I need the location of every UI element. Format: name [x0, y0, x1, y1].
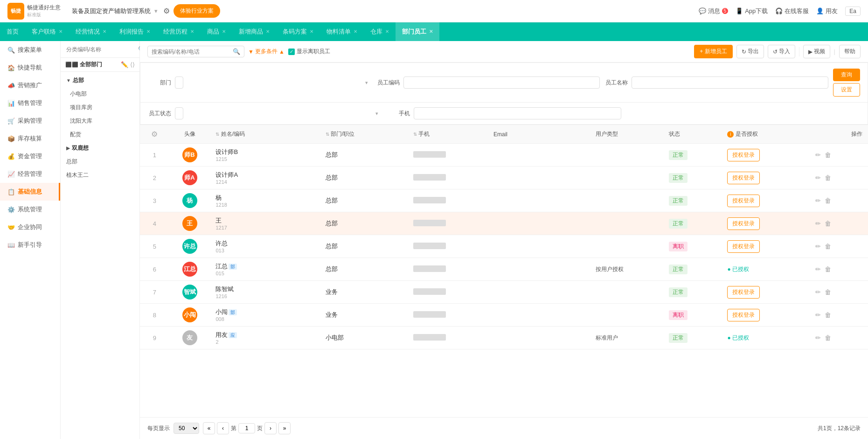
delete-icon[interactable]: 🗑 — [825, 265, 831, 273]
col-header-dept[interactable]: ⇅ 部门/职位 — [320, 125, 408, 144]
auth-btn[interactable]: 授权登录 — [727, 195, 760, 207]
col-header-name[interactable]: ⇅ 姓名/编码 — [210, 125, 319, 144]
dept-group-shuangmeng[interactable]: ▶ 双鹿想 — [61, 141, 139, 155]
app-download-btn[interactable]: 📱 App下载 — [736, 7, 768, 15]
delete-icon[interactable]: 🗑 — [825, 151, 831, 159]
delete-icon[interactable]: 🗑 — [825, 311, 831, 319]
sidebar-item-operations[interactable]: 📈 经营管理 — [0, 165, 60, 183]
close-icon[interactable]: ✕ — [103, 22, 106, 41]
dept-item-shenyang[interactable]: 沈阳大库 — [61, 114, 139, 128]
auth-btn[interactable]: 授权登录 — [727, 172, 760, 184]
import-btn[interactable]: ↺ 导入 — [768, 45, 795, 58]
edit-icon[interactable]: ✏ — [815, 334, 821, 341]
last-page-btn[interactable]: » — [278, 422, 291, 434]
sidebar-item-enterprise[interactable]: 🤝 企业协同 — [0, 218, 60, 236]
help-btn[interactable]: 帮助 — [839, 45, 861, 58]
sidebar-item-search[interactable]: 🔍 搜索菜单 — [0, 41, 60, 59]
delete-icon[interactable]: 🗑 — [825, 174, 831, 181]
sidebar-item-sales[interactable]: 📊 销售管理 — [0, 94, 60, 112]
edit-icon[interactable]: ✏ — [815, 243, 821, 250]
filter-empname-input[interactable] — [632, 77, 828, 89]
user-avatar[interactable]: 👤 用友 — [816, 7, 838, 15]
filter-empcode-input[interactable] — [403, 77, 600, 89]
edit-icon[interactable]: ✏ — [815, 197, 821, 204]
dept-item-peihuo[interactable]: 配货 — [61, 128, 139, 141]
edit-icon[interactable]: ✏ — [815, 311, 821, 319]
tab-operation[interactable]: 经营情况 ✕ — [69, 22, 113, 41]
tab-home[interactable]: 首页 — [0, 22, 25, 41]
dept-item-xiangmu[interactable]: 项目库房 — [61, 101, 139, 114]
delete-icon[interactable]: 🗑 — [825, 243, 831, 250]
tab-material[interactable]: 物料清单 ✕ — [320, 22, 364, 41]
page-size-select[interactable]: 50 100 200 — [174, 423, 199, 434]
search-input[interactable] — [152, 49, 231, 55]
show-resigned-toggle[interactable]: ✓ 显示离职员工 — [288, 48, 330, 56]
close-icon[interactable]: ✕ — [385, 22, 389, 41]
dept-group-zongshu[interactable]: ▼ 总部 — [61, 74, 139, 87]
next-page-btn[interactable]: › — [264, 422, 277, 434]
filter-phone-input[interactable] — [414, 107, 621, 119]
tab-goods[interactable]: 商品 ✕ — [201, 22, 232, 41]
delete-icon[interactable]: 🗑 — [825, 197, 831, 204]
filter-dept-select[interactable] — [175, 77, 183, 89]
auth-btn[interactable]: 授权登录 — [727, 240, 760, 253]
system-select-icon[interactable]: ▾ — [154, 7, 158, 14]
close-icon[interactable]: ✕ — [222, 22, 226, 41]
close-icon[interactable]: ✕ — [190, 22, 194, 41]
delete-icon[interactable]: 🗑 — [825, 220, 831, 227]
col-header-phone[interactable]: ⇅ 手机 — [408, 125, 488, 144]
first-page-btn[interactable]: « — [203, 422, 215, 434]
sidebar-item-finance[interactable]: 💰 资金管理 — [0, 147, 60, 165]
sidebar-item-basic[interactable]: 📋 基础信息 — [0, 183, 60, 201]
close-icon[interactable]: ✕ — [310, 22, 313, 41]
edit-icon[interactable]: ✏ — [815, 220, 821, 227]
tab-profit[interactable]: 利润报告 ✕ — [113, 22, 157, 41]
tab-barcode[interactable]: 条码方案 ✕ — [276, 22, 320, 41]
search-icon[interactable]: 🔍 — [233, 48, 240, 55]
tab-dept-staff[interactable]: 部门员工 ✕ — [396, 22, 439, 41]
dept-item-xiaodian[interactable]: 小电部 — [61, 87, 139, 101]
add-staff-btn[interactable]: + 新增员工 — [694, 45, 732, 58]
settings-icon[interactable]: ⚙ — [163, 7, 170, 15]
close-icon[interactable]: ✕ — [59, 22, 62, 41]
sidebar-item-purchase[interactable]: 🛒 采购管理 — [0, 112, 60, 130]
dept-collapse-icon[interactable]: ⟨⟩ — [130, 61, 135, 68]
sidebar-item-inventory[interactable]: 📦 库存核算 — [0, 130, 60, 147]
auth-btn[interactable]: 授权登录 — [727, 149, 760, 161]
close-icon[interactable]: ✕ — [146, 22, 150, 41]
auth-btn[interactable]: 授权登录 — [727, 286, 760, 299]
set-btn[interactable]: 设置 — [833, 83, 860, 97]
sidebar-item-guide[interactable]: 📖 新手引导 — [0, 236, 60, 254]
auth-btn[interactable]: 授权登录 — [727, 217, 760, 230]
view-btn[interactable]: ▶ 视频 — [803, 45, 830, 58]
dept-item-zhumu[interactable]: 植木王二 — [61, 168, 139, 182]
auth-btn[interactable]: 授权登录 — [727, 309, 760, 321]
message-btn[interactable]: 💬 消息 5 — [699, 7, 729, 15]
tab-history[interactable]: 经营历程 ✕ — [157, 22, 201, 41]
edit-icon[interactable]: ✏ — [815, 151, 821, 159]
trial-btn[interactable]: 体验行业方案 — [174, 4, 220, 18]
edit-icon[interactable]: ✏ — [815, 288, 821, 296]
prev-page-btn[interactable]: ‹ — [217, 422, 229, 434]
more-filter-btn[interactable]: ▼ 更多条件 ▲ — [248, 48, 285, 56]
dept-item-zongshu2[interactable]: 总部 — [61, 155, 139, 168]
edit-icon[interactable]: ✏ — [815, 174, 821, 181]
online-service-btn[interactable]: 🎧 在线客服 — [775, 7, 809, 15]
export-btn[interactable]: ↻ 导出 — [736, 45, 764, 58]
sidebar-item-quicknav[interactable]: 🏠 快捷导航 — [0, 59, 60, 77]
delete-icon[interactable]: 🗑 — [825, 288, 831, 296]
sidebar-item-system[interactable]: ⚙️ 系统管理 — [0, 201, 60, 218]
dept-edit-icon[interactable]: ✏️ — [121, 61, 128, 68]
tab-warehouse[interactable]: 仓库 ✕ — [364, 22, 396, 41]
tab-customer[interactable]: 客户联络 ✕ — [25, 22, 69, 41]
tab-addgoods[interactable]: 新增商品 ✕ — [232, 22, 276, 41]
page-input[interactable] — [238, 423, 255, 433]
sidebar-item-marketing[interactable]: 📣 营销推广 — [0, 77, 60, 94]
close-icon[interactable]: ✕ — [354, 22, 357, 41]
delete-icon[interactable]: 🗑 — [825, 334, 831, 341]
dept-search-input[interactable] — [66, 46, 136, 53]
edit-icon[interactable]: ✏ — [815, 265, 821, 273]
filter-empstatus-select[interactable] — [175, 107, 183, 119]
close-icon[interactable]: ✕ — [429, 22, 433, 41]
col-header-settings[interactable]: ⚙ — [140, 125, 169, 144]
